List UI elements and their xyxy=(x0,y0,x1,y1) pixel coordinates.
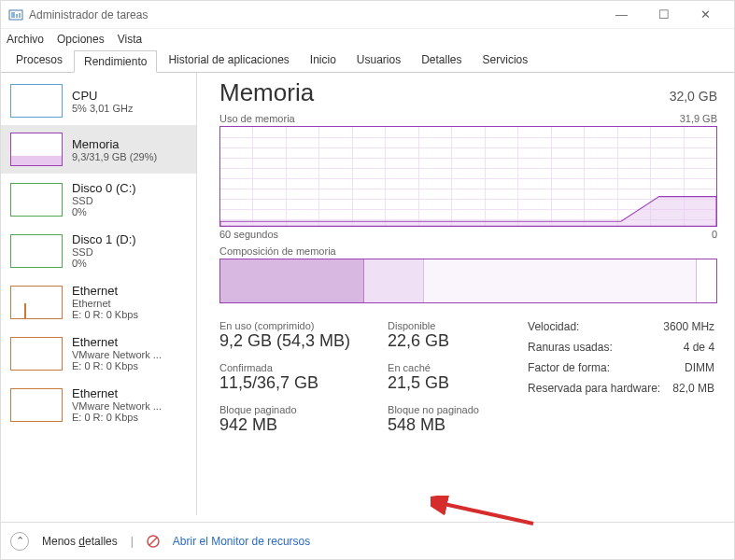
composition-label: Composición de memoria xyxy=(219,245,717,257)
sidebar-item-sub2: 0% xyxy=(72,258,136,269)
window-controls: — ☐ ✕ xyxy=(601,2,727,28)
commit-label: Confirmada xyxy=(219,362,350,373)
sidebar-item-label: Ethernet xyxy=(72,284,138,298)
maximize-button[interactable]: ☐ xyxy=(643,2,685,28)
eth-thumb-icon xyxy=(10,337,63,371)
slots-label: Ranuras usadas: xyxy=(528,341,613,354)
speed-label: Velocidad: xyxy=(528,320,579,333)
chart-time-left: 60 segundos xyxy=(219,229,278,240)
sidebar-item-sub: Ethernet xyxy=(72,298,138,309)
main-panel: Memoria 32,0 GB Uso de memoria 31,9 GB 6… xyxy=(197,73,734,515)
usage-chart xyxy=(219,126,717,227)
tab-inicio[interactable]: Inicio xyxy=(301,49,346,72)
fewer-details-link[interactable]: Menos detalles xyxy=(42,535,118,548)
sidebar-item-sub: SSD xyxy=(72,195,136,206)
menu-opciones[interactable]: Opciones xyxy=(57,33,105,46)
sidebar-item-label: Ethernet xyxy=(72,335,162,349)
sidebar-item-sub: 5% 3,01 GHz xyxy=(72,103,133,114)
tab-procesos[interactable]: Procesos xyxy=(7,49,72,72)
paged-value: 942 MB xyxy=(219,415,350,435)
commit-value: 11,5/36,7 GB xyxy=(219,373,350,393)
hw-value: 82,0 MB xyxy=(672,382,714,395)
tab-detalles[interactable]: Detalles xyxy=(412,49,471,72)
sidebar-item-label: Disco 1 (D:) xyxy=(72,232,136,246)
disk-thumb-icon xyxy=(10,234,63,268)
tab-rendimiento[interactable]: Rendimiento xyxy=(74,50,157,73)
tab-servicios[interactable]: Servicios xyxy=(474,49,538,72)
sidebar-item-sub2: E: 0 R: 0 Kbps xyxy=(72,309,138,320)
sidebar-item-sub: 9,3/31,9 GB (29%) xyxy=(72,151,157,162)
disk-thumb-icon xyxy=(10,183,63,217)
usage-chart-label: Uso de memoria xyxy=(219,113,295,124)
slots-value: 4 de 4 xyxy=(684,341,714,354)
svg-line-6 xyxy=(440,503,533,524)
paged-label: Bloque paginado xyxy=(219,404,350,415)
nonpaged-value: 548 MB xyxy=(388,415,490,435)
sidebar-item-memoria[interactable]: Memoria 9,3/31,9 GB (29%) xyxy=(1,125,196,174)
avail-label: Disponible xyxy=(388,320,490,331)
resource-monitor-icon xyxy=(147,535,160,548)
svg-rect-3 xyxy=(19,13,21,18)
sidebar-item-label: Memoria xyxy=(72,137,157,151)
app-icon xyxy=(8,7,23,22)
tab-historial[interactable]: Historial de aplicaciones xyxy=(159,49,298,72)
titlebar: Administrador de tareas — ☐ ✕ xyxy=(1,1,734,29)
composition-chart xyxy=(219,259,717,303)
tab-usuarios[interactable]: Usuarios xyxy=(347,49,410,72)
sidebar-item-sub: VMware Network ... xyxy=(72,349,162,360)
cache-value: 21,5 GB xyxy=(388,373,490,393)
avail-value: 22,6 GB xyxy=(388,331,490,351)
resource-monitor-link[interactable]: Abrir el Monitor de recursos xyxy=(173,535,310,548)
sidebar-item-sub2: E: 0 R: 0 Kbps xyxy=(72,412,162,423)
cache-label: En caché xyxy=(388,362,490,373)
content: CPU 5% 3,01 GHz Memoria 9,3/31,9 GB (29%… xyxy=(1,73,734,515)
sidebar-item-ethernet2[interactable]: Ethernet VMware Network ... E: 0 R: 0 Kb… xyxy=(1,379,196,430)
sidebar-item-label: CPU xyxy=(72,89,133,103)
svg-rect-1 xyxy=(11,12,15,18)
footer: ⌃ Menos detalles | Abrir el Monitor de r… xyxy=(1,522,734,559)
tab-bar: Procesos Rendimiento Historial de aplica… xyxy=(1,49,734,73)
sidebar-item-sub2: 0% xyxy=(72,206,136,217)
sidebar-item-disco1[interactable]: Disco 1 (D:) SSD 0% xyxy=(1,225,196,276)
menu-vista[interactable]: Vista xyxy=(118,33,142,46)
sidebar-item-sub: SSD xyxy=(72,246,136,258)
nonpaged-label: Bloque no paginado xyxy=(388,404,490,415)
chevron-up-icon[interactable]: ⌃ xyxy=(10,532,29,551)
inuse-value: 9,2 GB (54,3 MB) xyxy=(219,331,350,351)
form-label: Factor de forma: xyxy=(528,361,610,374)
sidebar-item-ethernet0[interactable]: Ethernet Ethernet E: 0 R: 0 Kbps xyxy=(1,276,196,328)
sidebar-item-disco0[interactable]: Disco 0 (C:) SSD 0% xyxy=(1,174,196,225)
page-title: Memoria xyxy=(219,78,314,107)
speed-value: 3600 MHz xyxy=(663,320,714,333)
minimize-button[interactable]: — xyxy=(601,2,643,28)
annotation-arrow-icon xyxy=(431,496,543,533)
svg-line-5 xyxy=(149,538,157,545)
sidebar-item-label: Disco 0 (C:) xyxy=(72,181,136,195)
sidebar-item-ethernet1[interactable]: Ethernet VMware Network ... E: 0 R: 0 Kb… xyxy=(1,328,196,379)
svg-rect-2 xyxy=(16,14,18,18)
stats-area: En uso (comprimido) 9,2 GB (54,3 MB) Con… xyxy=(219,320,717,435)
usage-chart-max: 31,9 GB xyxy=(680,113,717,124)
sidebar-item-cpu[interactable]: CPU 5% 3,01 GHz xyxy=(1,77,196,125)
sidebar-item-sub2: E: 0 R: 0 Kbps xyxy=(72,360,162,371)
sidebar-item-label: Ethernet xyxy=(72,386,162,400)
close-button[interactable]: ✕ xyxy=(685,2,727,28)
menu-archivo[interactable]: Archivo xyxy=(7,33,44,46)
form-value: DIMM xyxy=(685,361,714,374)
mem-thumb-icon xyxy=(10,133,63,166)
eth-thumb-icon xyxy=(10,388,63,422)
sidebar-item-sub: VMware Network ... xyxy=(72,400,162,412)
menubar: Archivo Opciones Vista xyxy=(1,29,734,49)
inuse-label: En uso (comprimido) xyxy=(219,320,350,331)
cpu-thumb-icon xyxy=(10,84,63,118)
window-title: Administrador de tareas xyxy=(29,8,601,21)
hw-label: Reservada para hardware: xyxy=(528,382,660,395)
memory-total: 32,0 GB xyxy=(670,89,717,104)
sidebar: CPU 5% 3,01 GHz Memoria 9,3/31,9 GB (29%… xyxy=(1,73,197,515)
eth-thumb-icon xyxy=(10,286,63,319)
chart-time-right: 0 xyxy=(712,229,717,240)
